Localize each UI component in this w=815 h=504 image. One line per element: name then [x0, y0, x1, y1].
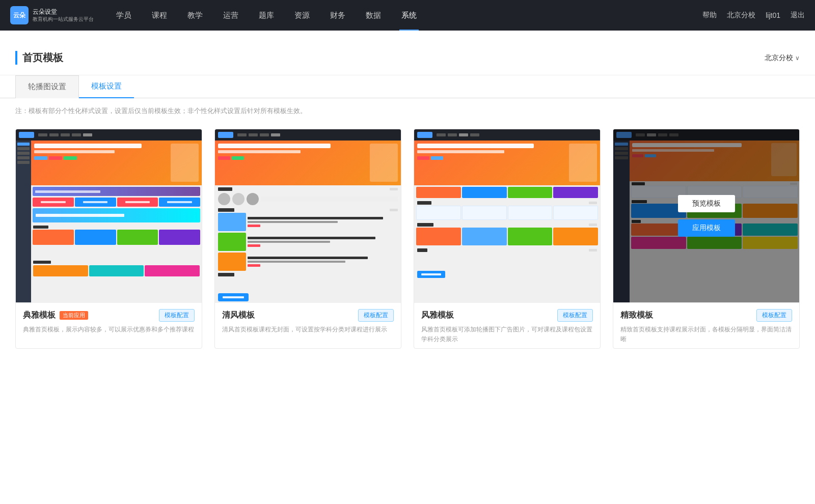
nav-item-students[interactable]: 学员 — [114, 11, 133, 20]
template-info-dianye: 典雅模板 当前应用 模板配置 典雅首页模板，展示内容较多，可以展示优惠券和多个推… — [16, 302, 202, 339]
nav-item-resources[interactable]: 资源 — [292, 11, 312, 20]
nav-item-finance[interactable]: 财务 — [328, 11, 347, 20]
template-name-jingzhi: 精致模板 — [620, 310, 653, 321]
navbar: 云朵 云朵设堂 教育机构一站式服务云平台 学员 课程 教学 运营 题库 资源 财… — [0, 0, 815, 31]
template-desc-jingzhi: 精致首页模板支持课程展示封面，各模板分隔明显，界面简洁清晰 — [620, 325, 792, 344]
tab-template[interactable]: 模板设置 — [79, 75, 134, 98]
config-button-fengya[interactable]: 模板配置 — [557, 309, 593, 322]
page-wrap: 首页模板 北京分校 ∨ 轮播图设置 模板设置 注：模板有部分个性化样式设置，设置… — [0, 31, 815, 504]
nav-item-system[interactable]: 系统 — [399, 11, 419, 20]
template-desc-fengya: 风雅首页模板可添加轮播图下广告图片，可对课程及课程包设置学科分类展示 — [421, 325, 593, 344]
template-name-dianye: 典雅模板 — [23, 310, 56, 321]
template-preview-qingfeng — [215, 129, 401, 302]
branch-selector[interactable]: 北京分校 ∨ — [765, 53, 800, 63]
template-card-jingzhi: 预览模板 应用模板 精致模板 模板配置 精致首页模板支持课程展示封面，各模板分隔… — [613, 129, 800, 349]
template-card-qingfeng: 清风模板 模板配置 清风首页模板课程无封面，可设置按学科分类对课程进行展示 — [214, 129, 401, 349]
template-preview-dianye — [16, 129, 202, 302]
note-bar: 注：模板有部分个性化样式设置，设置后仅当前模板生效；非个性化样式设置后针对所有模… — [0, 98, 815, 124]
logo-icon: 云朵 — [10, 6, 29, 24]
template-name-qingfeng: 清风模板 — [222, 310, 255, 321]
nav-item-operations[interactable]: 运营 — [221, 11, 240, 20]
template-preview-jingzhi: 预览模板 应用模板 — [613, 129, 799, 302]
apply-template-button[interactable]: 应用模板 — [678, 219, 735, 237]
template-desc-dianye: 典雅首页模板，展示内容较多，可以展示优惠券和多个推荐课程 — [23, 325, 195, 334]
preview-template-button[interactable]: 预览模板 — [678, 195, 735, 212]
badge-applied: 当前应用 — [60, 311, 88, 320]
config-button-jingzhi[interactable]: 模板配置 — [756, 309, 792, 322]
config-button-dianye[interactable]: 模板配置 — [159, 309, 195, 322]
template-card-fengya: 风雅模板 模板配置 风雅首页模板可添加轮播图下广告图片，可对课程及课程包设置学科… — [414, 129, 601, 349]
template-preview-fengya — [414, 129, 600, 302]
nav-item-courses[interactable]: 课程 — [150, 11, 169, 20]
nav-item-questions[interactable]: 题库 — [257, 11, 276, 20]
template-desc-qingfeng: 清风首页模板课程无封面，可设置按学科分类对课程进行展示 — [222, 325, 394, 334]
branch-label[interactable]: 北京分校 — [727, 11, 755, 20]
page-header: 首页模板 北京分校 ∨ — [0, 31, 815, 75]
logout-button[interactable]: 退出 — [791, 11, 805, 20]
help-link[interactable]: 帮助 — [702, 11, 717, 20]
template-info-jingzhi: 精致模板 模板配置 精致首页模板支持课程展示封面，各模板分隔明显，界面简洁清晰 — [613, 302, 799, 348]
nav-item-teaching[interactable]: 教学 — [185, 11, 205, 20]
nav-item-data[interactable]: 数据 — [364, 11, 383, 20]
template-grid: 典雅模板 当前应用 模板配置 典雅首页模板，展示内容较多，可以展示优惠券和多个推… — [0, 124, 815, 369]
tabs-wrap: 轮播图设置 模板设置 — [0, 75, 815, 98]
template-info-fengya: 风雅模板 模板配置 风雅首页模板可添加轮播图下广告图片，可对课程及课程包设置学科… — [414, 302, 600, 348]
tab-carousel[interactable]: 轮播图设置 — [15, 75, 79, 98]
user-label[interactable]: lijt01 — [766, 11, 780, 19]
nav-menu: 学员 课程 教学 运营 题库 资源 财务 数据 系统 — [114, 11, 702, 20]
page-title: 首页模板 — [15, 51, 63, 65]
template-hover-overlay: 预览模板 应用模板 — [613, 129, 799, 302]
template-name-fengya: 风雅模板 — [421, 310, 454, 321]
logo-text: 云朵设堂 教育机构一站式服务云平台 — [33, 8, 94, 23]
config-button-qingfeng[interactable]: 模板配置 — [358, 309, 394, 322]
template-card-dianye: 典雅模板 当前应用 模板配置 典雅首页模板，展示内容较多，可以展示优惠券和多个推… — [15, 129, 202, 349]
nav-right: 帮助 北京分校 lijt01 退出 — [702, 11, 805, 20]
chevron-down-icon: ∨ — [795, 54, 800, 62]
logo: 云朵 云朵设堂 教育机构一站式服务云平台 — [10, 6, 94, 24]
template-info-qingfeng: 清风模板 模板配置 清风首页模板课程无封面，可设置按学科分类对课程进行展示 — [215, 302, 401, 339]
